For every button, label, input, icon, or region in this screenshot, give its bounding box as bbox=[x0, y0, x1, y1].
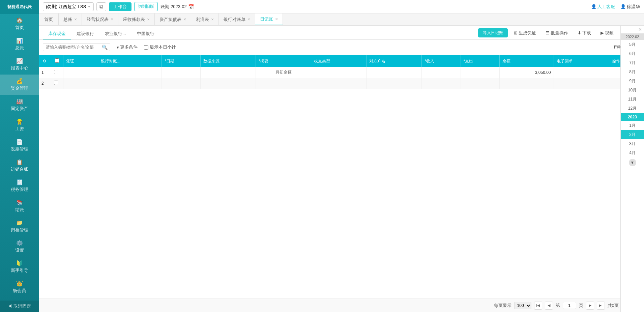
next-page-button[interactable]: ▶ bbox=[586, 302, 594, 310]
col-checkbox[interactable] bbox=[51, 55, 63, 67]
row1-checkbox[interactable] bbox=[51, 67, 63, 78]
row2-checkbox[interactable] bbox=[51, 78, 63, 89]
old-version-button[interactable]: 切到旧版 bbox=[134, 2, 158, 11]
subtab-cash[interactable]: 库存现金 bbox=[43, 29, 71, 39]
date-month-8[interactable]: 8月 bbox=[621, 67, 644, 77]
sidebar-item-payroll[interactable]: 👷 工资 bbox=[0, 115, 39, 135]
date-month-7[interactable]: 7月 bbox=[621, 58, 644, 67]
subtab-boc[interactable]: 中国银行 bbox=[131, 29, 160, 39]
date-month-11[interactable]: 11月 bbox=[621, 95, 644, 104]
sidebar-item-tax[interactable]: 🧾 税务管理 bbox=[0, 176, 39, 196]
sidebar-item-sales[interactable]: 📋 进销台账 bbox=[0, 155, 39, 176]
date-nav-down[interactable]: ▼ bbox=[621, 158, 644, 168]
video-button[interactable]: ▶ 视频 bbox=[597, 29, 617, 37]
sidebar-item-member[interactable]: 👑 畅会员 bbox=[0, 277, 39, 297]
date-month-3-2023[interactable]: 3月 bbox=[621, 139, 644, 148]
prev-page-button[interactable]: ◀ bbox=[545, 302, 553, 310]
tab-business[interactable]: 经营状况表 ✕ bbox=[82, 13, 118, 25]
sidebar-item-funds[interactable]: 💰 资金管理 bbox=[0, 75, 39, 95]
sidebar-item-invoice[interactable]: 📄 发票管理 bbox=[0, 135, 39, 155]
date-month-1-2023[interactable]: 1月 bbox=[621, 121, 644, 130]
sidebar-item-close[interactable]: 📚 结账 bbox=[0, 196, 39, 216]
sidebar-item-assets[interactable]: 🏭 固定资产 bbox=[0, 95, 39, 115]
customer-service-button[interactable]: 👤 人工客服 bbox=[591, 4, 615, 10]
tab-profit[interactable]: 利润表 ✕ bbox=[191, 13, 219, 25]
tab-business-close[interactable]: ✕ bbox=[111, 18, 113, 21]
filter-button[interactable]: ▾ 更多条件 bbox=[114, 42, 141, 52]
generate-voucher-button[interactable]: ⊞ 生成凭证 bbox=[510, 29, 539, 37]
row2-date bbox=[162, 78, 201, 89]
page-input[interactable] bbox=[563, 302, 576, 309]
workspace-button[interactable]: 工作台 bbox=[109, 2, 131, 11]
tab-journal[interactable]: 日记账 ✕ bbox=[255, 13, 283, 25]
date-month-2-2023[interactable]: 2月 bbox=[621, 130, 644, 139]
row1-voucher bbox=[63, 67, 98, 78]
subtab-agri[interactable]: 农业银行... bbox=[99, 29, 131, 39]
unpin-button[interactable]: ◀ 取消固定 bbox=[0, 301, 39, 312]
subtab-ccb[interactable]: 建设银行 bbox=[71, 29, 99, 39]
tab-balance-close[interactable]: ✕ bbox=[183, 18, 186, 21]
show-daily-checkbox[interactable] bbox=[144, 45, 148, 50]
tab-ledger[interactable]: 总账 ✕ bbox=[59, 13, 82, 25]
close-books-icon: 📚 bbox=[16, 199, 23, 206]
sidebar-item-reports[interactable]: 📈 报表中心 bbox=[0, 54, 39, 75]
sidebar-item-home[interactable]: 🏠 首页 bbox=[0, 14, 39, 34]
sidebar-item-label: 报表中心 bbox=[11, 65, 28, 71]
date-panel-close-button[interactable]: ✕ bbox=[621, 26, 644, 33]
sidebar-logo[interactable]: 畅捷通易代账 bbox=[0, 0, 39, 14]
date-month-10[interactable]: 10月 bbox=[621, 86, 644, 95]
row1-bank bbox=[98, 67, 162, 78]
batch-operation-button[interactable]: ☰ 批量操作 bbox=[542, 29, 572, 37]
company-selector[interactable]: (勿删) 江西超宝-LSS ▼ bbox=[43, 2, 94, 11]
download-button[interactable]: ⬇ 下载 bbox=[574, 29, 594, 37]
calendar-icon[interactable]: 📅 bbox=[188, 4, 194, 9]
tab-business-label: 经营状况表 bbox=[87, 17, 109, 23]
tab-bank[interactable]: 银行对账单 ✕ bbox=[219, 13, 255, 25]
service-label: 人工客服 bbox=[597, 4, 615, 10]
subtab-bar: 库存现金 建设银行 农业银行... 中国银行 导入日记账 ⊞ 生成凭证 ☰ 批量… bbox=[39, 26, 644, 40]
last-page-button[interactable]: ▶| bbox=[597, 302, 605, 310]
date-month-9[interactable]: 9月 bbox=[621, 77, 644, 86]
tab-home[interactable]: 首页 bbox=[39, 13, 59, 25]
assets-icon: 🏭 bbox=[16, 98, 23, 105]
select-all-checkbox[interactable] bbox=[55, 58, 59, 63]
tab-journal-close[interactable]: ✕ bbox=[275, 17, 278, 21]
first-page-button[interactable]: |◀ bbox=[534, 302, 542, 310]
date-month-4-2023[interactable]: 4月 bbox=[621, 148, 644, 158]
sidebar-item-ledger[interactable]: 📊 总账 bbox=[0, 34, 39, 54]
col-data-source: 数据来源 bbox=[201, 55, 256, 67]
sidebar-item-settings[interactable]: ⚙️ 设置 bbox=[0, 236, 39, 257]
sidebar-item-guide[interactable]: 🔰 新手引导 bbox=[0, 257, 39, 277]
col-settings[interactable]: ⚙ bbox=[39, 55, 51, 67]
show-daily-label[interactable]: 显示本日小计 bbox=[144, 44, 176, 50]
date-month-6[interactable]: 6月 bbox=[621, 49, 644, 58]
page-label: 第 bbox=[556, 303, 560, 309]
tab-receivable[interactable]: 应收账款表 ✕ bbox=[118, 13, 155, 25]
tab-balance[interactable]: 资产负债表 ✕ bbox=[155, 13, 191, 25]
col-income-type: 收支类型 bbox=[311, 55, 367, 67]
tab-ledger-close[interactable]: ✕ bbox=[74, 18, 77, 21]
avatar-icon: 👤 bbox=[620, 4, 626, 9]
tab-receivable-close[interactable]: ✕ bbox=[147, 18, 150, 21]
home-icon: 🏠 bbox=[16, 17, 23, 24]
import-journal-button[interactable]: 导入日记账 bbox=[478, 28, 508, 37]
per-page-select[interactable]: 100 50 200 bbox=[514, 302, 531, 309]
date-year-2023-label: 2023 bbox=[621, 113, 644, 121]
user-profile-button[interactable]: 👤 徐温华 bbox=[620, 4, 640, 10]
video-icon: ▶ bbox=[601, 30, 604, 35]
tab-bank-close[interactable]: ✕ bbox=[247, 18, 250, 21]
date-month-5[interactable]: 5月 bbox=[621, 40, 644, 49]
copy-button[interactable]: ⧉ bbox=[96, 2, 106, 11]
sidebar-item-archive[interactable]: 📁 归档管理 bbox=[0, 216, 39, 236]
col-income: *收入 bbox=[422, 55, 461, 67]
subtab-boc-label: 中国银行 bbox=[137, 31, 154, 36]
period-label-text: 账期 bbox=[160, 4, 169, 10]
sidebar-item-label: 进销台账 bbox=[11, 166, 28, 172]
tab-bank-label: 银行对账单 bbox=[224, 17, 245, 23]
invoice-icon: 📄 bbox=[16, 139, 23, 145]
search-input[interactable] bbox=[43, 43, 110, 51]
date-month-12[interactable]: 12月 bbox=[621, 104, 644, 113]
search-icon[interactable]: 🔍 bbox=[102, 45, 108, 50]
tab-profit-close[interactable]: ✕ bbox=[211, 18, 214, 21]
chevron-down-icon[interactable]: ▼ bbox=[629, 159, 636, 166]
